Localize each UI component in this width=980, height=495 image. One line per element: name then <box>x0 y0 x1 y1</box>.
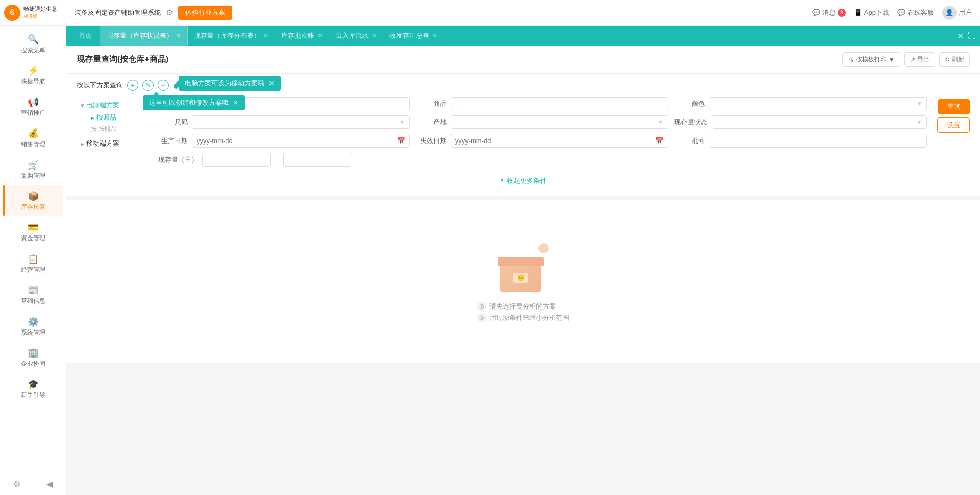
sidebar-item-purchase[interactable]: 🛒 采购管理 <box>3 154 63 184</box>
scheme-tooltip-close[interactable]: ✕ <box>268 79 275 87</box>
exp-date-field: 失效日期 📅 <box>416 134 669 148</box>
collapse-icon: ∧ <box>500 176 505 185</box>
sidebar-item-label: 企业协同 <box>21 360 45 367</box>
tab-close-inventory-dist[interactable]: ✕ <box>263 32 268 39</box>
header-settings-icon[interactable]: ⚙ <box>166 8 173 17</box>
tab-inventory-dist[interactable]: 现存量（库存分布表） ✕ <box>188 26 275 46</box>
prod-date-input[interactable]: 📅 <box>192 134 410 148</box>
print-button[interactable]: 🖨 按模板打印 ▼ <box>842 52 900 67</box>
sidebar-item-operation[interactable]: 📋 经营管理 <box>3 248 63 278</box>
sidebar-item-quick-nav[interactable]: ⚡ 快捷导航 <box>3 60 63 90</box>
message-badge: 9 <box>838 9 846 17</box>
export-button[interactable]: ↗ 导出 <box>904 52 935 67</box>
tab-inventory-status[interactable]: 现存量（库存状况表） ✕ <box>101 26 188 46</box>
tab-collect-summary[interactable]: 收发存汇总表 ✕ <box>383 26 444 46</box>
stock-main-from[interactable] <box>202 153 271 167</box>
mobile-arrow-icon: ▸ <box>81 140 84 148</box>
origin-label: 产地 <box>416 117 447 127</box>
app-download-item[interactable]: 📱 App下载 <box>854 8 889 17</box>
plus-icon: + <box>131 81 135 89</box>
exp-calendar-icon: 📅 <box>655 137 664 145</box>
color-select[interactable]: ▼ <box>709 97 927 110</box>
header-actions: 🖨 按模板打印 ▼ ↗ 导出 ↻ 刷新 <box>842 52 970 73</box>
tab-close-io-flow[interactable]: ✕ <box>372 32 377 39</box>
tab-home[interactable]: 首页 <box>70 26 101 46</box>
tab-close-batch-account[interactable]: ✕ <box>317 32 323 39</box>
scheme-tree: ▾ 电脑端方案 ▸ 按照品 按 按照品 ▸ 移动端方案 <box>81 97 147 150</box>
stock-main-to-input[interactable] <box>288 156 347 163</box>
scheme-tooltip: 电脑方案可设为移动方案哦 ✕ <box>179 76 281 91</box>
message-item[interactable]: 💬 消息 9 <box>812 8 846 17</box>
sidebar-item-label: 系统管理 <box>21 329 45 336</box>
sales-icon: 💰 <box>28 128 39 139</box>
batch-input[interactable] <box>709 134 927 148</box>
search-button[interactable]: 查询 <box>938 99 970 114</box>
online-service-item[interactable]: 💬 在线客服 <box>897 8 934 17</box>
scheme-child-label: 按照品 <box>96 113 116 122</box>
tab-close-inventory-status[interactable]: ✕ <box>176 32 181 39</box>
stock-status-label: 现存量状态 <box>674 117 707 127</box>
user-item[interactable]: 👤 用户 <box>942 6 972 20</box>
tab-close-all-btn[interactable]: ✕ <box>957 31 964 41</box>
tab-close-collect-summary[interactable]: ✕ <box>432 32 437 39</box>
back-arrow-btn[interactable]: ← <box>158 80 169 91</box>
stock-status-select[interactable]: ▼ <box>712 115 927 129</box>
scheme-item-pc[interactable]: ▾ 电脑端方案 <box>81 99 147 111</box>
online-service-label: 在线客服 <box>908 8 934 17</box>
box-lid <box>498 257 544 266</box>
sidebar-item-search[interactable]: 🔍 搜索菜单 <box>3 29 63 59</box>
tab-fullscreen-btn[interactable]: ⛶ <box>968 31 976 41</box>
filter-actions: 查询 设置 <box>937 97 970 133</box>
calendar-icon: 📅 <box>397 137 405 145</box>
tab-batch-account[interactable]: 库存批次账 ✕ <box>275 26 329 46</box>
prod-date-text-input[interactable] <box>197 137 397 145</box>
trial-button[interactable]: 体验行业方案 <box>178 6 232 20</box>
tab-bar-right: ✕ ⛶ <box>957 31 976 41</box>
filter-row-2: 尺码 ▼ 产地 ▼ <box>157 115 927 129</box>
header-right: 💬 消息 9 📱 App下载 💬 在线客服 👤 用户 <box>812 6 972 20</box>
sidebar-item-inventory[interactable]: 📦 库存核算 <box>3 185 63 216</box>
sidebar-item-label: 资金管理 <box>21 234 45 242</box>
refresh-button[interactable]: ↻ 刷新 <box>939 52 970 67</box>
exp-date-input[interactable]: 📅 <box>451 134 669 148</box>
stock-main-to[interactable] <box>283 153 352 167</box>
scheme-item-mobile[interactable]: ▸ 移动端方案 <box>81 137 147 150</box>
purchase-icon: 🛒 <box>28 159 39 171</box>
sidebar-item-finance[interactable]: 💳 资金管理 <box>3 217 63 247</box>
sidebar-item-basic[interactable]: 📰 基础信息 <box>3 279 63 310</box>
add-scheme-btn[interactable]: + <box>127 80 138 91</box>
batch-text-input[interactable] <box>714 137 922 145</box>
goods-input[interactable]: ··· <box>451 97 669 110</box>
sidebar-item-guide[interactable]: 🎓 新手引导 <box>3 373 63 404</box>
set-button[interactable]: 设置 <box>937 117 970 133</box>
sidebar-settings-btn[interactable]: ⚙ <box>11 477 22 491</box>
system-title: 装备及固定资产辅助管理系统 <box>75 8 161 17</box>
sidebar-item-sales[interactable]: 💰 销售管理 <box>3 123 63 153</box>
edit-scheme-btn[interactable]: ✎ <box>142 80 154 91</box>
online-service-icon: 💬 <box>897 9 905 16</box>
tab-io-flow[interactable]: 出入库流水 ✕ <box>329 26 383 46</box>
top-header: 装备及固定资产辅助管理系统 ⚙ 体验行业方案 💬 消息 9 📱 App下载 💬 … <box>66 0 980 26</box>
scheme-item-pc-child[interactable]: ▸ 按照品 <box>81 111 147 124</box>
origin-select[interactable]: ▼ <box>451 115 669 129</box>
sidebar-item-label: 新手引导 <box>21 391 45 398</box>
edit-tooltip: 这里可以创建和修改方案哦 ✕ <box>143 95 245 110</box>
export-icon: ↗ <box>910 56 915 63</box>
header-left: 装备及固定资产辅助管理系统 ⚙ 体验行业方案 <box>75 6 232 20</box>
sidebar-item-marketing[interactable]: 📢 营销推广 <box>3 91 63 122</box>
stock-main-from-input[interactable] <box>207 156 266 163</box>
sidebar-nav: 🔍 搜索菜单 ⚡ 快捷导航 📢 营销推广 💰 销售管理 🛒 采购管理 📦 库存核… <box>0 26 66 473</box>
chevron-down-icon: ▼ <box>889 56 895 63</box>
child-arrow-icon: ▸ <box>91 114 94 122</box>
logo-badge: 标准版 <box>23 13 57 20</box>
empty-illustration: 😐 <box>493 241 554 292</box>
sidebar-collapse-btn[interactable]: ◀ <box>44 477 55 491</box>
collapse-bar[interactable]: ∧ 收起更多条件 <box>77 172 970 190</box>
sidebar-item-system[interactable]: ⚙️ 系统管理 <box>3 311 63 341</box>
edit-tooltip-close[interactable]: ✕ <box>233 99 239 107</box>
sidebar-item-enterprise[interactable]: 🏢 企业协同 <box>3 342 63 372</box>
exp-date-text-input[interactable] <box>455 137 656 145</box>
size-select[interactable]: ▼ <box>192 115 410 129</box>
filter-row-1: 仓库 ··· 商品 ··· 颜色 <box>157 97 927 110</box>
main-content: 装备及固定资产辅助管理系统 ⚙ 体验行业方案 💬 消息 9 📱 App下载 💬 … <box>66 0 980 495</box>
